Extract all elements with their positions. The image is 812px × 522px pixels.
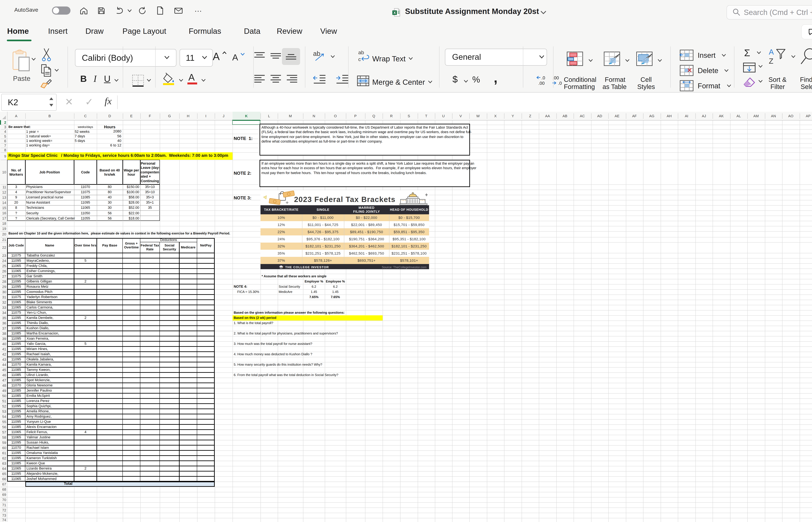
svg-text:Z: Z — [769, 57, 773, 65]
svg-text:.00: .00 — [553, 75, 559, 80]
svg-text:ab: ab — [358, 49, 364, 55]
svg-text:.0: .0 — [558, 81, 562, 86]
svg-text:A: A — [769, 48, 774, 56]
svg-text:.00: .00 — [538, 81, 545, 86]
svg-text:X: X — [394, 11, 396, 15]
svg-text:c: c — [358, 56, 361, 62]
svg-text:.0: .0 — [541, 75, 545, 80]
svg-text:ab: ab — [313, 50, 320, 57]
